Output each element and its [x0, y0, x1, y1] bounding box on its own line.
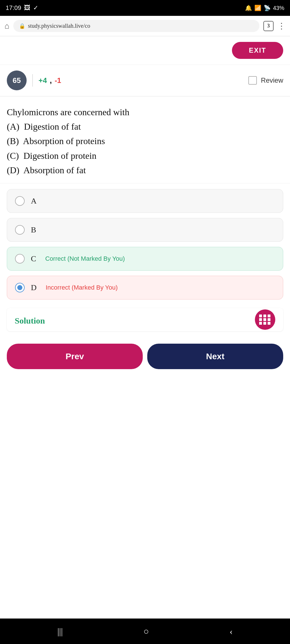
radio-c[interactable] [15, 254, 25, 264]
lock-icon: 🔒 [19, 23, 25, 29]
solution-container: Solution [0, 308, 290, 331]
home-icon[interactable]: ⌂ [5, 22, 9, 31]
grid-icon [259, 314, 271, 325]
question-text: Chylomicrons are concerned with (A) Dige… [7, 105, 283, 177]
marks-positive: +4 [39, 76, 47, 85]
signal-icon: 📡 [264, 5, 271, 11]
options-area: A B C Correct (Not Marked By You) D Inco… [0, 183, 290, 305]
option-b[interactable]: B [7, 218, 283, 242]
status-bar: 17:09 🖼 ✓ 🔔 📶 📡 43% [0, 0, 290, 16]
solution-section: Solution [7, 308, 283, 331]
url-bar[interactable]: 🔒 study.physicswallah.live/co [13, 20, 259, 32]
wifi-icon: 📶 [254, 5, 261, 11]
url-text: study.physicswallah.live/co [28, 23, 90, 29]
question-number-badge: 65 [7, 70, 27, 90]
radio-a[interactable] [15, 196, 25, 206]
option-c[interactable]: C Correct (Not Marked By You) [7, 247, 283, 271]
option-d[interactable]: D Incorrect (Marked By You) [7, 276, 283, 299]
header-separator [32, 74, 33, 87]
exit-bar: EXIT [0, 36, 290, 65]
back-icon[interactable]: ‹ [230, 626, 233, 637]
browser-bar: ⌂ 🔒 study.physicswallah.live/co 3 ⋮ [0, 16, 290, 36]
solution-title: Solution [15, 316, 45, 325]
battery-text: 43% [273, 5, 284, 11]
review-label: Review [261, 76, 283, 84]
option-a[interactable]: A [7, 189, 283, 213]
browser-menu-icon[interactable]: ⋮ [278, 21, 285, 31]
fab-grid-button[interactable] [255, 309, 275, 330]
radio-d[interactable] [15, 283, 25, 292]
question-marks: +4 , -1 [39, 76, 61, 85]
question-header: 65 +4 , -1 Review [0, 65, 290, 97]
next-button[interactable]: Next [147, 344, 283, 369]
radio-b[interactable] [15, 225, 25, 235]
status-right: 🔔 📶 📡 43% [245, 5, 284, 11]
check-icon: ✓ [33, 4, 38, 12]
option-d-label: D [31, 283, 37, 292]
option-d-status: Incorrect (Marked By You) [46, 284, 118, 291]
marks-negative: -1 [55, 76, 61, 85]
question-body: Chylomicrons are concerned with (A) Dige… [0, 97, 290, 183]
bell-off-icon: 🔔 [245, 5, 252, 11]
menu-icon[interactable]: ||| [57, 626, 63, 637]
option-c-status: Correct (Not Marked By You) [45, 255, 125, 262]
option-b-label: B [31, 225, 36, 234]
image-icon: 🖼 [24, 4, 30, 12]
bottom-nav: ||| ○ ‹ [0, 619, 290, 644]
status-time: 17:09 [6, 4, 21, 12]
option-a-label: A [31, 196, 37, 206]
status-left: 17:09 🖼 ✓ [6, 4, 38, 12]
exit-button[interactable]: EXIT [232, 42, 283, 59]
main-content: EXIT 65 +4 , -1 Review Chylomicrons are … [0, 36, 290, 619]
marks-separator: , [50, 76, 52, 85]
review-checkbox[interactable] [248, 76, 257, 85]
home-nav-icon[interactable]: ○ [144, 626, 149, 637]
tab-count-badge[interactable]: 3 [263, 21, 274, 31]
prev-button[interactable]: Prev [7, 344, 143, 369]
nav-buttons: Prev Next [0, 337, 290, 376]
option-c-label: C [31, 254, 36, 263]
review-section[interactable]: Review [248, 76, 283, 85]
